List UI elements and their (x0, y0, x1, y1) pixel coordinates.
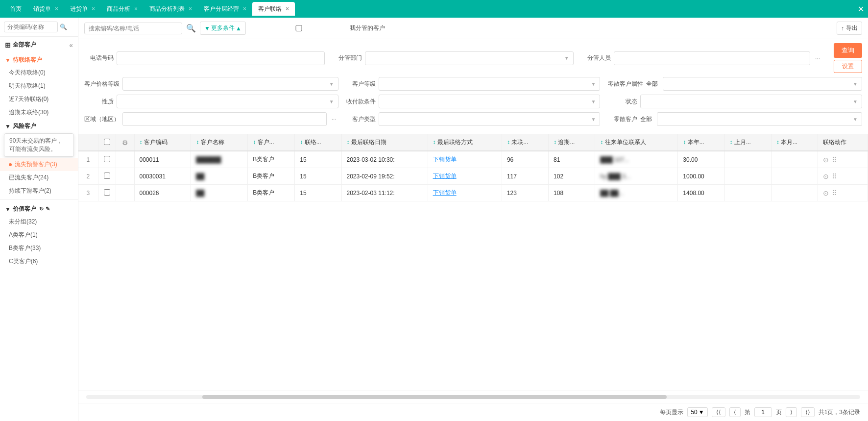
my-customers-checkbox[interactable] (250, 25, 348, 31)
search-button[interactable]: 🔍 (186, 24, 196, 33)
sidebar-item-lost[interactable]: 已流失客户(24) (0, 171, 78, 184)
col-code-sort-icon[interactable]: ↕ (140, 139, 143, 146)
tab-customer-tier-close[interactable]: × (243, 5, 246, 12)
page-size-select[interactable]: 50 ▼ (687, 407, 707, 417)
table-row: 3 000026 ██ B类客户 15 2023-02-03 11:12: 下销… (78, 185, 868, 201)
sidebar-group-value-icon2[interactable]: ✎ (46, 206, 50, 212)
tab-purchase-close[interactable]: × (92, 5, 95, 12)
more-conditions-button[interactable]: ▼ 更多条件 ▲ (200, 22, 246, 35)
scrollbar-thumb (202, 395, 667, 399)
filter-field-status: 状态 ▼ (608, 95, 862, 108)
filter-select-customer-type[interactable]: ▼ (379, 112, 601, 126)
tab-customer-connect[interactable]: 客户联络 × (252, 2, 295, 16)
cell-checkbox-1[interactable] (98, 168, 116, 185)
action-icon-more-1[interactable]: ⠿ (832, 173, 837, 180)
filter-input-person[interactable] (614, 51, 810, 65)
cell-lcm-1[interactable]: 下销货单 (428, 168, 502, 185)
filter-select-retail[interactable]: ▼ (657, 112, 862, 126)
sidebar-item-classA[interactable]: A类客户(1) (0, 228, 78, 242)
col-ty-sort-icon[interactable]: ↕ (683, 139, 686, 146)
next-page-button[interactable]: ⟩ (786, 407, 797, 417)
action-icon-link-2[interactable]: ⊙ (823, 189, 829, 197)
tab-analysis-close[interactable]: × (134, 5, 138, 12)
prev-page-button[interactable]: ⟨ (729, 407, 741, 417)
select-all-checkbox[interactable] (104, 139, 110, 145)
query-button[interactable]: 查询 (834, 43, 862, 58)
filter-select-retail-attr[interactable]: ▼ (663, 77, 862, 91)
sidebar-item-classC[interactable]: C类客户(6) (0, 255, 78, 268)
last-page-button[interactable]: ⟩⟩ (801, 407, 815, 417)
filter-person-more[interactable]: ··· (813, 55, 822, 62)
sidebar-search-input[interactable] (4, 22, 58, 32)
tab-purchase[interactable]: 进货单 × (64, 2, 101, 16)
tab-analysis-list-close[interactable]: × (189, 5, 192, 12)
row-checkbox-1[interactable] (104, 173, 110, 179)
sidebar-item-today-label: 今天待联络(0) (9, 69, 46, 77)
tab-sales[interactable]: 销货单 × (27, 2, 64, 16)
tab-analysis-list[interactable]: 商品分析列表 × (144, 2, 198, 16)
sidebar-group-pending[interactable]: ▼ 待联络客户 (0, 53, 78, 66)
col-type-sort-icon[interactable]: ↕ (253, 139, 256, 146)
filter-select-price-tier[interactable]: ▼ (122, 77, 338, 91)
action-icon-more-0[interactable]: ⠿ (832, 156, 837, 164)
search-input[interactable] (84, 23, 182, 34)
sidebar-item-week[interactable]: 近7天待联络(0) (0, 93, 78, 106)
col-od-sort-icon[interactable]: ↕ (554, 139, 556, 146)
sidebar-group-value[interactable]: ▼ 价值客户 ↻ ✎ (0, 202, 78, 215)
filter-select-status[interactable]: ▼ (640, 95, 862, 108)
row-checkbox-0[interactable] (104, 156, 110, 162)
filter-select-customer-tier[interactable]: ▼ (379, 77, 601, 91)
col-contact-sort-icon[interactable]: ↕ (300, 139, 303, 146)
sidebar-item-classB[interactable]: B类客户(33) (0, 242, 78, 255)
first-page-button[interactable]: ⟨⟨ (712, 407, 725, 417)
sidebar-item-today[interactable]: 今天待联络(0) (0, 66, 78, 79)
sidebar-item-decline[interactable]: 持续下滑客户(2) (0, 184, 78, 198)
action-icon-link-0[interactable]: ⊙ (823, 156, 829, 164)
window-close-icon[interactable]: ✕ (858, 4, 864, 14)
cell-lcm-2[interactable]: 下销货单 (428, 185, 502, 201)
sidebar-item-warning[interactable]: 流失预警客户(3) (0, 158, 78, 171)
sidebar-item-ungroup[interactable]: 未分组(32) (0, 215, 78, 228)
col-lcm-sort-icon[interactable]: ↕ (433, 139, 436, 146)
action-icon-link-1[interactable]: ⊙ (823, 173, 829, 180)
cell-checkbox-2[interactable] (98, 185, 116, 201)
tab-analysis[interactable]: 商品分析 × (101, 2, 144, 16)
sidebar-collapse-icon[interactable]: « (69, 41, 73, 49)
tab-customer-tier[interactable]: 客户分层经营 × (198, 2, 252, 16)
col-checkbox[interactable] (98, 134, 116, 151)
col-name-sort-icon[interactable]: ↕ (196, 139, 199, 146)
tab-sales-close[interactable]: × (55, 5, 58, 12)
col-cp-sort-icon[interactable]: ↕ (600, 139, 603, 146)
filter-settings-button[interactable]: 设置 (834, 60, 862, 73)
col-lm-sort-icon[interactable]: ↕ (730, 139, 733, 146)
filter-select-dept[interactable]: ▼ (365, 51, 573, 65)
col-lcd-sort-icon[interactable]: ↕ (347, 139, 350, 146)
filter-select-payment[interactable]: ▼ (379, 95, 601, 108)
my-customers-checkbox-label[interactable]: 我分管的客户 (250, 24, 385, 32)
grid-icon: ⊞ (5, 41, 11, 49)
tab-analysis-label: 商品分析 (107, 5, 130, 13)
cell-code-0: 000011 (134, 151, 191, 168)
filter-input-region[interactable] (122, 112, 327, 126)
row-checkbox-2[interactable] (104, 189, 110, 196)
tab-home[interactable]: 首页 (4, 2, 27, 16)
filter-input-phone[interactable] (117, 51, 325, 65)
export-button[interactable]: ↑ 导出 (837, 22, 862, 35)
cell-checkbox-0[interactable] (98, 151, 116, 168)
horizontal-scrollbar[interactable] (86, 395, 860, 399)
sidebar-item-overdue[interactable]: 逾期未联络(30) (0, 106, 78, 119)
cell-lcm-0[interactable]: 下销货单 (428, 151, 502, 168)
sidebar-item-tomorrow[interactable]: 明天待联络(1) (0, 79, 78, 93)
col-tm-sort-icon[interactable]: ↕ (776, 139, 779, 146)
col-nc-sort-icon[interactable]: ↕ (507, 139, 510, 146)
filter-region-more[interactable]: ··· (330, 116, 338, 123)
table-settings-icon[interactable]: ⚙ (121, 138, 129, 148)
filter-select-nature[interactable]: ▼ (117, 95, 338, 108)
filter-label-nature: 性质 (84, 98, 114, 106)
action-icon-more-2[interactable]: ⠿ (832, 189, 837, 197)
sidebar-group-risk[interactable]: ▼ 风险客户 (0, 119, 78, 132)
page-input[interactable] (754, 407, 772, 417)
col-settings[interactable]: ⚙ (116, 134, 134, 151)
tab-customer-connect-close[interactable]: × (286, 5, 289, 12)
sidebar-group-value-icon1[interactable]: ↻ (39, 206, 44, 212)
